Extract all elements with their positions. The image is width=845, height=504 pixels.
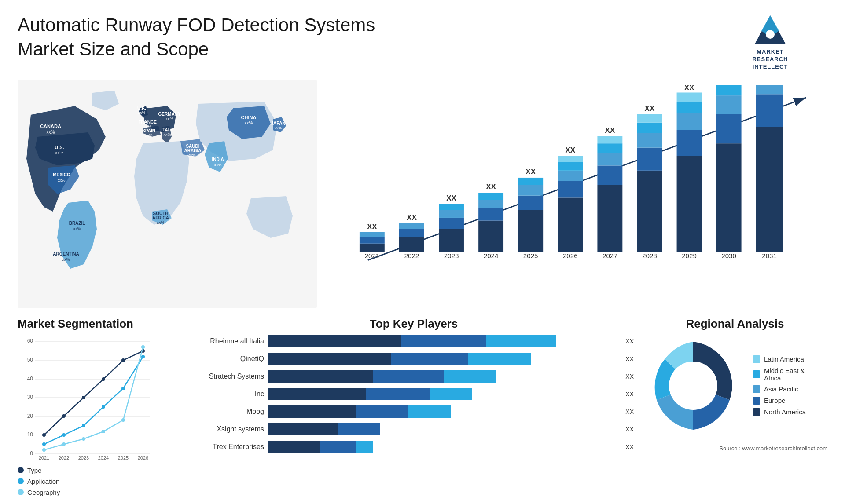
player-name: Rheinmetall Italia [194, 337, 264, 345]
player-bar [268, 388, 619, 400]
page-title: Automatic Runway FOD Detection Systems M… [18, 13, 414, 61]
svg-point-132 [62, 433, 66, 437]
svg-rect-102 [756, 85, 783, 94]
svg-text:SPAIN: SPAIN [142, 128, 155, 133]
svg-text:30: 30 [27, 394, 33, 400]
player-row-rheinmetall: Rheinmetall Italia XX [194, 335, 634, 347]
legend-europe: Europe [753, 397, 806, 405]
svg-point-125 [42, 433, 46, 437]
bar-seg2 [401, 335, 486, 347]
legend-north-america: North America [753, 408, 806, 416]
player-name: Trex Enterprises [194, 443, 264, 451]
player-bar [268, 441, 619, 453]
svg-point-128 [102, 377, 105, 381]
svg-rect-51 [439, 204, 464, 210]
bar-seg3 [408, 405, 451, 418]
application-dot [18, 478, 24, 484]
svg-text:U.K.: U.K. [137, 106, 146, 110]
svg-text:XX: XX [645, 104, 655, 113]
legend-latin-america: Latin America [753, 355, 806, 363]
svg-text:2021: 2021 [364, 252, 379, 259]
svg-text:CANADA: CANADA [40, 124, 61, 129]
legend-box [753, 408, 760, 416]
svg-text:xx%: xx% [157, 220, 164, 225]
player-value: XX [625, 338, 634, 345]
svg-point-135 [121, 387, 125, 390]
bar-seg1 [268, 370, 373, 383]
legend-middle-east: Middle East &Africa [753, 367, 806, 382]
bar-seg1 [268, 405, 356, 418]
segmentation-title: Market Segmentation [18, 317, 185, 331]
svg-rect-61 [518, 195, 543, 210]
svg-text:xx%: xx% [58, 178, 65, 183]
svg-text:U.S.: U.S. [55, 145, 64, 150]
svg-text:xx%: xx% [138, 110, 145, 115]
svg-text:2023: 2023 [444, 252, 459, 259]
svg-text:ITALY: ITALY [161, 128, 173, 132]
header: Automatic Runway FOD Detection Systems M… [18, 13, 827, 71]
svg-text:CHINA: CHINA [241, 115, 257, 120]
svg-point-139 [82, 437, 85, 441]
svg-text:2030: 2030 [721, 252, 736, 259]
legend-asia-pacific: Asia Pacific [753, 385, 806, 393]
legend-label: North America [764, 408, 806, 416]
logo-area: MARKET RESEARCH INTELLECT [713, 13, 827, 71]
svg-rect-70 [558, 156, 583, 162]
segmentation-legend: Type Application Geography [18, 467, 185, 496]
svg-rect-62 [518, 185, 543, 196]
svg-text:INDIA: INDIA [212, 157, 224, 162]
svg-rect-50 [439, 210, 464, 218]
segmentation-chart-svg: 0 10 20 30 40 50 60 2021 [18, 337, 185, 460]
player-name: Stratech Systems [194, 373, 264, 380]
key-players-title: Top Key Players [194, 317, 634, 331]
geography-dot [18, 489, 24, 495]
svg-rect-83 [637, 122, 662, 133]
bottom-row: Market Segmentation 0 10 20 30 40 50 60 [18, 317, 827, 502]
legend-type: Type [18, 467, 185, 474]
logo-text: MARKET RESEARCH INTELLECT [753, 48, 788, 71]
svg-text:2023: 2023 [78, 455, 89, 460]
player-name: Xsight systems [194, 425, 264, 433]
svg-text:BRAZIL: BRAZIL [69, 221, 85, 226]
svg-rect-84 [637, 114, 662, 122]
player-value: XX [625, 355, 634, 362]
svg-rect-60 [518, 210, 543, 252]
legend-label: Middle East &Africa [764, 367, 805, 382]
svg-text:XX: XX [684, 84, 694, 92]
source-text: Source : www.marketresearchintellect.com [643, 445, 827, 452]
player-row-moog: Moog XX [194, 405, 634, 418]
svg-rect-54 [478, 220, 503, 252]
bar-seg2 [373, 370, 444, 383]
svg-text:xx%: xx% [165, 117, 173, 121]
svg-rect-40 [360, 232, 385, 237]
svg-rect-39 [360, 237, 385, 243]
bar-seg2 [366, 388, 430, 400]
svg-text:50: 50 [27, 357, 33, 363]
svg-text:2029: 2029 [682, 252, 697, 259]
bar-seg3 [486, 335, 556, 347]
player-name: Moog [194, 408, 264, 416]
svg-text:2026: 2026 [563, 252, 578, 259]
svg-rect-76 [597, 143, 622, 153]
svg-rect-96 [716, 95, 742, 114]
svg-text:FRANCE: FRANCE [138, 120, 157, 124]
svg-text:2026: 2026 [138, 455, 148, 460]
svg-text:xx%: xx% [163, 132, 171, 137]
legend-box [753, 397, 760, 405]
svg-rect-68 [558, 170, 583, 181]
player-bar [268, 370, 619, 383]
logo-icon [753, 13, 788, 48]
bar-seg2 [391, 353, 468, 365]
svg-rect-82 [637, 133, 662, 147]
svg-rect-81 [637, 147, 662, 170]
svg-rect-95 [716, 114, 742, 143]
svg-rect-89 [677, 113, 702, 130]
regional-content: Latin America Middle East &Africa Asia P… [643, 335, 827, 436]
bar-seg3 [356, 441, 373, 453]
svg-point-133 [82, 424, 85, 427]
legend-label: Europe [764, 397, 785, 404]
player-row-trex: Trex Enterprises XX [194, 441, 634, 453]
svg-rect-90 [677, 102, 702, 113]
svg-text:GERMANY: GERMANY [158, 112, 180, 117]
svg-text:xx%: xx% [214, 163, 221, 167]
